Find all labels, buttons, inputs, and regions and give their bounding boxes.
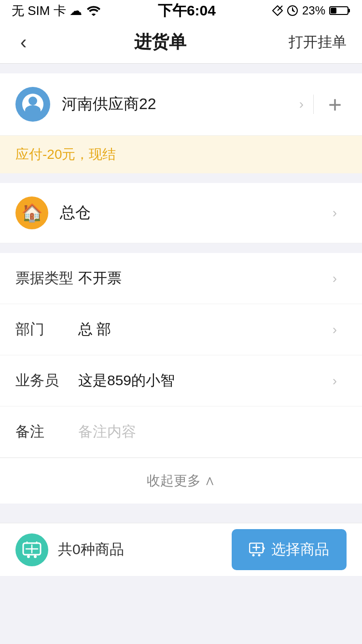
back-button[interactable]: ‹: [15, 27, 31, 58]
supplier-row[interactable]: 河南供应商22 › +: [0, 73, 362, 136]
svg-point-5: [27, 555, 30, 558]
invoice-value: 不开票: [78, 268, 333, 288]
page-fill: [0, 576, 362, 644]
svg-rect-2: [348, 9, 350, 13]
remark-value[interactable]: 备注内容: [78, 422, 347, 442]
select-product-button[interactable]: 选择商品: [232, 529, 347, 570]
salesman-label: 业务员: [15, 371, 78, 391]
battery-icon: [329, 5, 350, 16]
nav-bar: ‹ 进货单 打开挂单: [0, 21, 362, 64]
status-bar: 无 SIM 卡 ☁ 下午6:04 23%: [0, 0, 362, 21]
open-pending-button[interactable]: 打开挂单: [289, 32, 347, 52]
page-title: 进货单: [134, 30, 186, 54]
svg-rect-3: [331, 8, 336, 14]
salesman-value: 这是859的小智: [78, 371, 333, 391]
invoice-label: 票据类型: [15, 268, 78, 288]
warehouse-section: 🏠 总仓 ›: [0, 183, 362, 243]
cart-icon: [22, 541, 42, 559]
collapse-row[interactable]: 收起更多 ∧: [0, 458, 362, 504]
avatar-icon: [22, 94, 43, 115]
section-gap-4: [0, 504, 362, 513]
remark-row[interactable]: 备注 备注内容: [0, 406, 362, 458]
salesman-chevron-icon: ›: [333, 373, 337, 389]
invoice-row[interactable]: 票据类型 不开票 ›: [0, 253, 362, 304]
notice-bar: 应付-20元，现结: [0, 136, 362, 173]
status-right: 23%: [272, 4, 350, 17]
supplier-chevron-icon: ›: [299, 97, 304, 112]
salesman-row[interactable]: 业务员 这是859的小智 ›: [0, 355, 362, 406]
invoice-chevron-icon: ›: [333, 271, 337, 286]
warehouse-name: 总仓: [60, 202, 333, 224]
svg-point-9: [258, 554, 261, 556]
warehouse-chevron-icon: ›: [333, 205, 337, 221]
vertical-divider: [313, 95, 314, 114]
department-value: 总 部: [78, 320, 333, 339]
select-product-label: 选择商品: [271, 540, 329, 560]
bottom-bar: 共0种商品 选择商品: [0, 523, 362, 576]
supplier-section: 河南供应商22 › + 应付-20元，现结: [0, 73, 362, 173]
supplier-avatar: [15, 87, 50, 122]
location-icon: [272, 5, 283, 16]
warehouse-row[interactable]: 🏠 总仓 ›: [0, 183, 362, 243]
svg-point-6: [34, 555, 37, 558]
section-gap-3: [0, 243, 362, 253]
department-row[interactable]: 部门 总 部 ›: [0, 304, 362, 355]
form-section: 票据类型 不开票 › 部门 总 部 › 业务员 这是859的小智 › 备注 备注…: [0, 253, 362, 504]
status-left: 无 SIM 卡 ☁: [12, 2, 101, 19]
product-count: 共0种商品: [58, 540, 232, 560]
clock-icon: [287, 5, 298, 16]
select-cart-icon: [249, 543, 265, 557]
add-button[interactable]: +: [323, 91, 347, 118]
department-chevron-icon: ›: [333, 322, 337, 337]
wifi-icon: [86, 5, 101, 16]
product-icon-wrap: [15, 533, 48, 566]
warehouse-icon: 🏠: [21, 203, 43, 223]
notice-text: 应付-20元，现结: [15, 147, 116, 162]
remark-label: 备注: [15, 422, 78, 442]
section-gap-1: [0, 64, 362, 73]
department-label: 部门: [15, 320, 78, 339]
collapse-label: 收起更多 ∧: [147, 472, 216, 490]
signal-text: 无 SIM 卡 ☁: [12, 2, 82, 19]
supplier-name: 河南供应商22: [62, 94, 299, 115]
svg-point-8: [252, 554, 255, 556]
section-gap-2: [0, 173, 362, 183]
status-time: 下午6:04: [101, 1, 272, 21]
warehouse-icon-wrap: 🏠: [15, 196, 48, 229]
battery-text: 23%: [302, 4, 325, 17]
